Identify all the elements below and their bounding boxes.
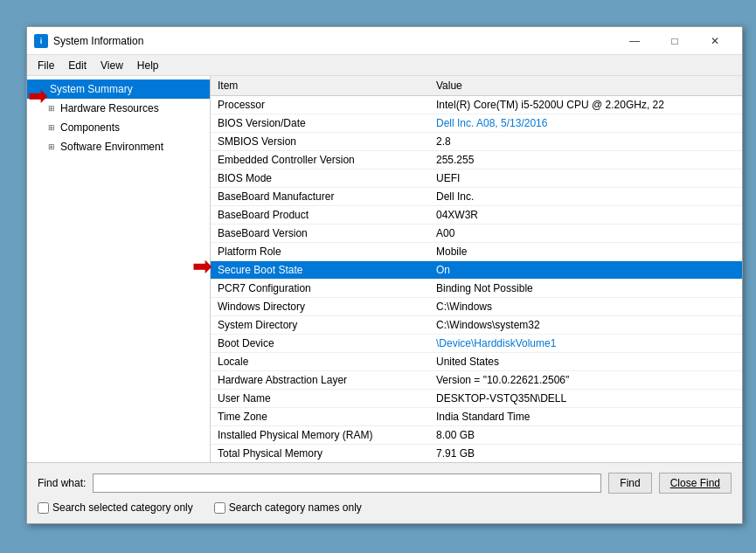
table-cell-value: United States [429,353,742,371]
table-cell-item: User Name [211,390,429,408]
table-row[interactable]: BIOS Version/DateDell Inc. A08, 5/13/201… [211,114,742,133]
window-controls: — □ ✕ [614,27,735,55]
table-cell-item: BaseBoard Version [211,225,429,243]
table-cell-value: Dell Inc. A08, 5/13/2016 [429,114,742,133]
table-cell-value: On [429,261,742,280]
table-cell-item: Windows Directory [211,298,429,316]
table-row[interactable]: Hardware Abstraction LayerVersion = "10.… [211,371,742,390]
table-cell-item: Processor [211,96,429,114]
expander-icon-hardware: ⊞ [45,101,59,115]
sidebar: System Summary ⊞ Hardware Resources ⊞ Co… [27,76,211,462]
table-cell-item: Secure Boot State [211,261,429,280]
table-cell-value: 8.00 GB [429,426,742,445]
table-row[interactable]: Platform RoleMobile [211,243,742,261]
table-row[interactable]: PCR7 ConfigurationBinding Not Possible [211,280,742,298]
find-button[interactable]: Find [608,473,651,494]
table-cell-item: BIOS Mode [211,169,429,188]
sidebar-label-software: Software Environment [60,141,163,153]
menu-file[interactable]: File [31,58,61,73]
table-cell-item: Platform Role [211,243,429,261]
table-row[interactable]: BIOS ModeUEFI [211,169,742,188]
table-cell-item: BaseBoard Product [211,206,429,225]
expander-icon-software: ⊞ [45,140,59,154]
title-bar: i System Information — □ ✕ [27,27,742,55]
table-cell-item: Time Zone [211,408,429,426]
table-cell-value: 2.8 [429,133,742,151]
sidebar-item-hardware-resources[interactable]: ⊞ Hardware Resources [27,99,210,118]
minimize-button[interactable]: — [614,27,655,55]
table-cell-value: 255.255 [429,151,742,169]
table-cell-value: Binding Not Possible [429,280,742,298]
table-cell-item: BIOS Version/Date [211,114,429,133]
table-row[interactable]: Time ZoneIndia Standard Time [211,408,742,426]
table-cell-value: Mobile [429,243,742,261]
table-cell-item: Boot Device [211,335,429,353]
table-cell-item: System Directory [211,316,429,335]
find-label: Find what: [38,477,86,489]
table-cell-item: Embedded Controller Version [211,151,429,169]
table-cell-value: India Standard Time [429,408,742,426]
table-cell-value: Intel(R) Core(TM) i5-5200U CPU @ 2.20GHz… [429,96,742,114]
table-row[interactable]: BaseBoard ManufacturerDell Inc. [211,188,742,206]
menu-view[interactable]: View [94,58,130,73]
data-table: Item Value ProcessorIntel(R) Core(TM) i5… [211,76,742,462]
checkbox-row: Search selected category only Search cat… [38,501,732,514]
search-category-names-label[interactable]: Search category names only [214,501,362,514]
search-selected-category-label[interactable]: Search selected category only [38,501,193,514]
col-item: Item [211,76,429,96]
table-row[interactable]: ProcessorIntel(R) Core(TM) i5-5200U CPU … [211,96,742,114]
table-row[interactable]: Windows DirectoryC:\Windows [211,298,742,316]
table-row[interactable]: Embedded Controller Version255.255 [211,151,742,169]
sidebar-item-components[interactable]: ⊞ Components [27,118,210,137]
search-category-names-checkbox[interactable] [214,502,225,514]
sidebar-item-system-summary[interactable]: System Summary [27,79,210,99]
table-row[interactable]: Secure Boot StateOn [211,261,742,280]
bottom-bar: Find what: Find Close Find Search select… [27,462,742,523]
table-cell-value: C:\Windows\system32 [429,316,742,335]
col-value: Value [429,76,742,96]
table-row[interactable]: BaseBoard VersionA00 [211,225,742,243]
table-row[interactable]: Boot Device\Device\HarddiskVolume1 [211,335,742,353]
find-input[interactable] [93,474,601,493]
menu-edit[interactable]: Edit [61,58,94,73]
table-cell-item: PCR7 Configuration [211,280,429,298]
sidebar-label-hardware: Hardware Resources [60,102,159,114]
find-row: Find what: Find Close Find [38,473,732,494]
maximize-button[interactable]: □ [655,27,695,55]
sidebar-item-software-environment[interactable]: ⊞ Software Environment [27,137,210,156]
table-row[interactable]: System DirectoryC:\Windows\system32 [211,316,742,335]
table-row[interactable]: SMBIOS Version2.8 [211,133,742,151]
menu-bar: File Edit View Help [27,55,742,76]
table-cell-value: A00 [429,225,742,243]
table-cell-item: SMBIOS Version [211,133,429,151]
table-cell-value: \Device\HarddiskVolume1 [429,335,742,353]
expander-icon [34,82,48,96]
table-cell-value: C:\Windows [429,298,742,316]
sidebar-label-components: Components [60,121,120,134]
main-area: System Summary ⊞ Hardware Resources ⊞ Co… [27,76,742,462]
close-button[interactable]: ✕ [695,27,735,55]
table-row[interactable]: LocaleUnited States [211,353,742,371]
window-title: System Information [53,35,614,47]
table-cell-value: UEFI [429,169,742,188]
menu-help[interactable]: Help [130,58,166,73]
content-area: Item Value ProcessorIntel(R) Core(TM) i5… [211,76,742,462]
table-cell-value: 7.91 GB [429,445,742,463]
table-cell-item: BaseBoard Manufacturer [211,188,429,206]
table-cell-item: Hardware Abstraction Layer [211,371,429,390]
table-cell-value: 04XW3R [429,206,742,225]
table-cell-value: Version = "10.0.22621.2506" [429,371,742,390]
table-cell-item: Total Physical Memory [211,445,429,463]
expander-icon-components: ⊞ [45,121,59,135]
table-row[interactable]: Installed Physical Memory (RAM)8.00 GB [211,426,742,445]
table-cell-value: DESKTOP-VSTQ35N\DELL [429,390,742,408]
search-selected-checkbox[interactable] [38,502,49,514]
table-row[interactable]: User NameDESKTOP-VSTQ35N\DELL [211,390,742,408]
close-find-button[interactable]: Close Find [659,473,732,494]
table-cell-item: Locale [211,353,429,371]
table-cell-item: Installed Physical Memory (RAM) [211,426,429,445]
sidebar-label-system-summary: System Summary [50,83,133,95]
table-row[interactable]: BaseBoard Product04XW3R [211,206,742,225]
table-row[interactable]: Total Physical Memory7.91 GB [211,445,742,463]
table-cell-value: Dell Inc. [429,188,742,206]
